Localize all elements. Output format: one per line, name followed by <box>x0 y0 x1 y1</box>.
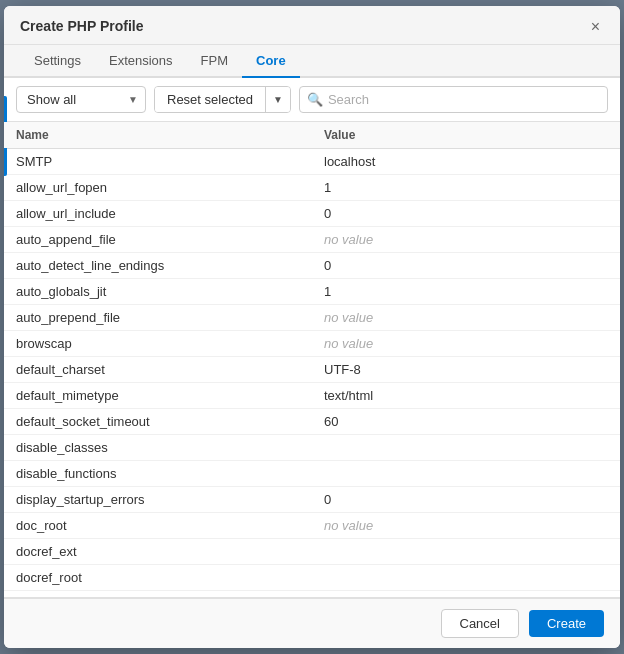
create-button[interactable]: Create <box>529 610 604 637</box>
tab-bar: SettingsExtensionsFPMCore <box>4 45 620 78</box>
modal-header: Create PHP Profile × <box>4 6 620 45</box>
row-name: allow_url_include <box>4 201 312 227</box>
row-name: default_charset <box>4 357 312 383</box>
row-value[interactable]: UTF-8 <box>312 357 620 383</box>
row-name: display_startup_errors <box>4 487 312 513</box>
table-header: Name Value <box>4 122 620 149</box>
reset-selected-group: Reset selected ▼ <box>154 86 291 113</box>
row-name: default_socket_timeout <box>4 409 312 435</box>
table-row: SMTPlocalhost <box>4 149 620 175</box>
search-wrapper: 🔍 <box>299 86 608 113</box>
settings-table: Name Value SMTPlocalhostallow_url_fopen1… <box>4 122 620 598</box>
row-value[interactable]: no value <box>312 513 620 539</box>
table-row: auto_prepend_fileno value <box>4 305 620 331</box>
row-value[interactable]: no value <box>312 227 620 253</box>
row-value[interactable] <box>312 461 620 487</box>
table-row: auto_globals_jit1 <box>4 279 620 305</box>
close-button[interactable]: × <box>587 19 604 35</box>
row-value[interactable]: no value <box>312 331 620 357</box>
row-name: docref_ext <box>4 539 312 565</box>
table-row: browscapno value <box>4 331 620 357</box>
row-name: doc_root <box>4 513 312 539</box>
row-name: browscap <box>4 331 312 357</box>
row-value[interactable]: 1 <box>312 175 620 201</box>
row-value[interactable]: 1 <box>312 279 620 305</box>
toolbar: Show all ▼ Reset selected ▼ 🔍 <box>4 78 620 122</box>
row-name: disable_functions <box>4 461 312 487</box>
table-row: disable_classes <box>4 435 620 461</box>
tab-core[interactable]: Core <box>242 45 300 78</box>
row-name: auto_append_file <box>4 227 312 253</box>
row-name: enable_dl <box>4 591 312 599</box>
row-value[interactable]: 0 <box>312 201 620 227</box>
search-input[interactable] <box>299 86 608 113</box>
row-value[interactable] <box>312 539 620 565</box>
table-row: default_charsetUTF-8 <box>4 357 620 383</box>
table-row: doc_rootno value <box>4 513 620 539</box>
table-body: SMTPlocalhostallow_url_fopen1allow_url_i… <box>4 149 620 599</box>
settings-table-area: Name Value SMTPlocalhostallow_url_fopen1… <box>4 122 620 598</box>
row-value[interactable] <box>312 565 620 591</box>
table-row: docref_ext <box>4 539 620 565</box>
cancel-button[interactable]: Cancel <box>441 609 519 638</box>
table-row: allow_url_fopen1 <box>4 175 620 201</box>
row-name: default_mimetype <box>4 383 312 409</box>
table-row: default_mimetypetext/html <box>4 383 620 409</box>
column-header-value: Value <box>312 122 620 149</box>
row-value[interactable]: localhost <box>312 149 620 175</box>
row-name: docref_root <box>4 565 312 591</box>
table-row: display_startup_errors0 <box>4 487 620 513</box>
row-name: disable_classes <box>4 435 312 461</box>
row-name: allow_url_fopen <box>4 175 312 201</box>
reset-selected-dropdown-button[interactable]: ▼ <box>266 87 290 112</box>
table-row: docref_root <box>4 565 620 591</box>
row-name: auto_globals_jit <box>4 279 312 305</box>
modal-footer: Cancel Create <box>4 598 620 648</box>
table-row: enable_dlOff <box>4 591 620 599</box>
row-value[interactable]: 0 <box>312 253 620 279</box>
row-value[interactable]: text/html <box>312 383 620 409</box>
table-row: default_socket_timeout60 <box>4 409 620 435</box>
row-value[interactable] <box>312 435 620 461</box>
show-all-wrapper: Show all ▼ <box>16 86 146 113</box>
reset-selected-button[interactable]: Reset selected <box>155 87 266 112</box>
create-php-profile-modal: Create PHP Profile × SettingsExtensionsF… <box>4 6 620 648</box>
show-all-select[interactable]: Show all <box>16 86 146 113</box>
modal-title: Create PHP Profile <box>20 18 143 44</box>
row-value[interactable]: no value <box>312 305 620 331</box>
table-row: disable_functions <box>4 461 620 487</box>
row-value[interactable]: 60 <box>312 409 620 435</box>
row-name: SMTP <box>4 149 312 175</box>
row-value[interactable]: Off <box>312 591 620 599</box>
tab-fpm[interactable]: FPM <box>187 45 242 78</box>
row-name: auto_detect_line_endings <box>4 253 312 279</box>
tab-extensions[interactable]: Extensions <box>95 45 187 78</box>
table-row: auto_append_fileno value <box>4 227 620 253</box>
row-value[interactable]: 0 <box>312 487 620 513</box>
table-row: auto_detect_line_endings0 <box>4 253 620 279</box>
table-row: allow_url_include0 <box>4 201 620 227</box>
tab-settings[interactable]: Settings <box>20 45 95 78</box>
column-header-name: Name <box>4 122 312 149</box>
row-name: auto_prepend_file <box>4 305 312 331</box>
